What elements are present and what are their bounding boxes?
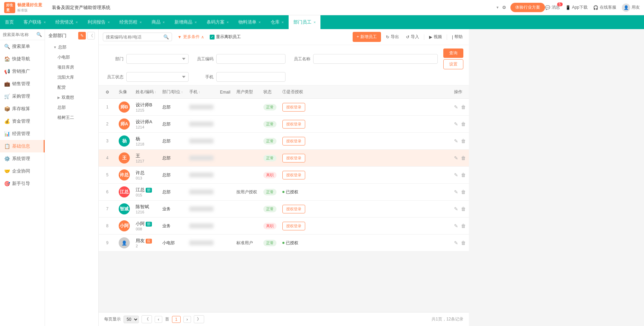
delete-icon[interactable]: 🗑 bbox=[461, 172, 466, 178]
nav-close-icon[interactable]: × bbox=[139, 20, 142, 24]
col-dept-position[interactable]: 部门/职位 bbox=[160, 86, 186, 99]
sidebar-item-系统管理[interactable]: ⚙️系统管理 bbox=[0, 152, 45, 165]
filter-status-select[interactable] bbox=[126, 72, 189, 82]
edit-icon[interactable]: ✎ bbox=[454, 240, 458, 246]
delete-icon[interactable]: 🗑 bbox=[461, 138, 466, 144]
delete-icon[interactable]: 🗑 bbox=[461, 121, 466, 127]
nav-item-仓库[interactable]: 仓库× bbox=[266, 15, 289, 29]
filter-dept-select[interactable] bbox=[126, 54, 189, 64]
try-btn[interactable]: 体验行业方案 bbox=[510, 3, 545, 12]
prev-page-btn[interactable]: ‹ bbox=[155, 316, 162, 323]
help-btn[interactable]: | 帮助 bbox=[450, 33, 465, 41]
query-button[interactable]: 查询 bbox=[443, 49, 463, 58]
add-employee-button[interactable]: + 新增员工 bbox=[353, 32, 381, 42]
sidebar-item-搜索菜单[interactable]: 🔍搜索菜单 bbox=[0, 40, 45, 53]
dept-item-项目库房[interactable]: 项目库房 bbox=[45, 62, 98, 72]
edit-icon[interactable]: ✎ bbox=[454, 172, 458, 178]
sidebar-search-input[interactable] bbox=[3, 32, 35, 37]
delete-icon[interactable]: 🗑 bbox=[461, 223, 466, 229]
dept-item-双鹿想[interactable]: ▶双鹿想 bbox=[45, 92, 98, 103]
sidebar-item-企业协同[interactable]: 🤝企业协同 bbox=[0, 165, 45, 177]
show-resigned-toggle[interactable]: ✓ 显示离职员工 bbox=[210, 34, 241, 40]
edit-icon[interactable]: ✎ bbox=[454, 104, 458, 110]
auth-login-btn[interactable]: 授权登录 bbox=[282, 154, 305, 162]
view-btn[interactable]: ▶ 视频 bbox=[427, 33, 444, 41]
sidebar-item-采购管理[interactable]: 🛒采购管理 bbox=[0, 90, 45, 103]
auth-login-btn[interactable]: 授权登录 bbox=[282, 222, 305, 230]
delete-icon[interactable]: 🗑 bbox=[461, 189, 466, 195]
nav-item-新增商品[interactable]: 新增商品× bbox=[170, 15, 201, 29]
export-btn[interactable]: ↻ 导出 bbox=[384, 33, 401, 41]
delete-icon[interactable]: 🗑 bbox=[461, 240, 466, 246]
nav-close-icon[interactable]: × bbox=[163, 20, 165, 24]
filter-phone-input[interactable] bbox=[216, 72, 285, 82]
edit-icon[interactable]: ✎ bbox=[454, 189, 458, 195]
search-input[interactable] bbox=[106, 35, 161, 39]
dept-item-沈阳大库[interactable]: 沈阳大库 bbox=[45, 72, 98, 82]
auth-login-btn[interactable]: 授权登录 bbox=[282, 120, 305, 129]
set-button[interactable]: 设置 bbox=[443, 59, 463, 69]
auth-login-btn[interactable]: 授权登录 bbox=[282, 103, 305, 112]
gear-icon[interactable]: ⚙ bbox=[502, 5, 506, 10]
sidebar-item-基础信息[interactable]: 📋基础信息 bbox=[0, 140, 45, 152]
dept-item-配货[interactable]: 配货 bbox=[45, 82, 98, 92]
delete-icon[interactable]: 🗑 bbox=[461, 155, 466, 161]
page-size-select[interactable]: 50 bbox=[124, 316, 139, 323]
user-btn[interactable]: 👤 用友 bbox=[622, 3, 640, 12]
sidebar-item-营销推广[interactable]: 📢营销推广 bbox=[0, 65, 45, 78]
nav-close-icon[interactable]: × bbox=[194, 20, 197, 24]
nav-close-icon[interactable]: × bbox=[108, 20, 110, 24]
nav-item-经营历程[interactable]: 经营历程× bbox=[115, 15, 146, 29]
nav-item-物料清单[interactable]: 物料清单× bbox=[234, 15, 265, 29]
nav-close-icon[interactable]: × bbox=[75, 20, 78, 24]
dept-edit-icon[interactable]: ✎ bbox=[78, 32, 86, 39]
message-btn[interactable]: 💬 消息 5 bbox=[545, 5, 560, 10]
nav-item-经营情况[interactable]: 经营情况× bbox=[51, 15, 82, 29]
import-btn[interactable]: ↺ 导入 bbox=[404, 33, 421, 41]
edit-icon[interactable]: ✎ bbox=[454, 138, 458, 144]
collapse-icon[interactable]: 《 bbox=[87, 32, 95, 39]
delete-icon[interactable]: 🗑 bbox=[461, 206, 466, 212]
dept-item-总部[interactable]: ▼总部 bbox=[45, 42, 98, 52]
sidebar-item-资金管理[interactable]: 💰资金管理 bbox=[0, 115, 45, 127]
edit-icon[interactable]: ✎ bbox=[454, 121, 458, 127]
nav-close-icon[interactable]: × bbox=[314, 20, 316, 24]
sidebar-item-快捷导航[interactable]: 🏠快捷导航 bbox=[0, 53, 45, 65]
edit-icon[interactable]: ✎ bbox=[454, 223, 458, 229]
last-page-btn[interactable]: 》 bbox=[194, 315, 204, 323]
col-phone[interactable]: 手机 bbox=[187, 86, 217, 99]
sidebar-item-新手引导[interactable]: 🎯新手引导 bbox=[0, 177, 45, 190]
nav-close-icon[interactable]: × bbox=[227, 20, 229, 24]
nav-item-条码方案[interactable]: 条码方案× bbox=[202, 15, 234, 29]
edit-icon[interactable]: ✎ bbox=[454, 155, 458, 161]
online-service-btn[interactable]: 🎧 在线客服 bbox=[593, 5, 616, 10]
auth-login-btn[interactable]: 授权登录 bbox=[282, 171, 305, 179]
filter-btn[interactable]: ▼ 更多条件 ∧ bbox=[175, 33, 207, 41]
nav-close-icon[interactable]: × bbox=[282, 20, 284, 24]
filter-empcode-input[interactable] bbox=[216, 54, 285, 64]
dept-item-总部[interactable]: 总部 bbox=[45, 103, 98, 113]
filter-empname-input[interactable] bbox=[313, 54, 438, 64]
nav-close-icon[interactable]: × bbox=[258, 20, 261, 24]
dept-item-小电部[interactable]: 小电部 bbox=[45, 52, 98, 62]
auth-login-btn[interactable]: 授权登录 bbox=[282, 205, 305, 213]
nav-item-客户联络[interactable]: 客户联络× bbox=[19, 15, 51, 29]
nav-item-部门员工[interactable]: 部门员工× bbox=[289, 15, 320, 29]
sidebar-item-经营管理[interactable]: 📊经营管理 bbox=[0, 127, 45, 140]
sidebar-item-销售管理[interactable]: 💼销售管理 bbox=[0, 78, 45, 90]
dept-item-植树王二[interactable]: 植树王二 bbox=[45, 113, 98, 123]
next-page-btn[interactable]: › bbox=[183, 316, 191, 323]
first-page-btn[interactable]: 《 bbox=[142, 315, 152, 323]
edit-icon[interactable]: ✎ bbox=[454, 206, 458, 212]
nav-item-首页[interactable]: 首页 bbox=[0, 15, 19, 29]
table-row: 9 👤 用友应 2 小电部 138xxxx8888 标准用户 正常 已授权 ✎ … bbox=[99, 235, 469, 252]
col-name-code[interactable]: 姓名/编码 bbox=[133, 86, 160, 99]
sidebar-item-库存核算[interactable]: 📦库存核算 bbox=[0, 103, 45, 115]
nav-close-icon[interactable]: × bbox=[44, 20, 46, 24]
app-download-btn[interactable]: 📱 App下载 bbox=[565, 5, 588, 10]
nav-item-利润报告[interactable]: 利润报告× bbox=[83, 15, 115, 29]
nav-item-商品[interactable]: 商品× bbox=[147, 15, 170, 29]
delete-icon[interactable]: 🗑 bbox=[461, 104, 466, 110]
auth-login-btn[interactable]: 授权登录 bbox=[282, 137, 305, 146]
col-settings[interactable]: ⚙ bbox=[99, 86, 116, 99]
